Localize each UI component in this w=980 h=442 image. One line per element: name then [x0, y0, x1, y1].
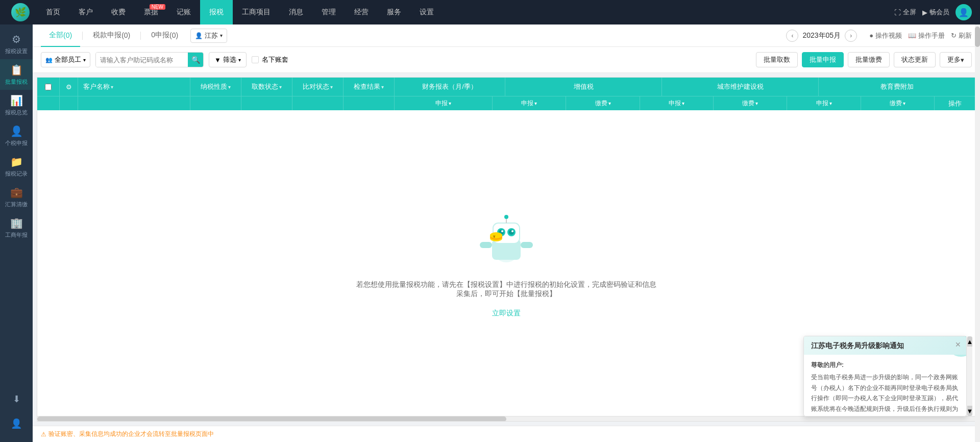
checkbox-box[interactable] [252, 56, 259, 63]
batch-pay-btn[interactable]: 批量缴费 [848, 52, 890, 67]
nav-customer[interactable]: 客户 [69, 0, 102, 24]
th-sub-edu-declare-filter[interactable]: ▾ [829, 101, 832, 106]
settings-icon: ⚙ [66, 83, 72, 91]
period-next-btn[interactable]: › [845, 30, 857, 42]
sidebar-item-batch-tax[interactable]: 📋 批量报税 [0, 59, 33, 90]
th-sub-city-pay: 缴费 ▾ [714, 96, 787, 110]
checkbox-text: 名下账套 [262, 55, 288, 64]
select-all-checkbox[interactable] [45, 84, 52, 90]
th-check-filter[interactable]: ▾ [381, 84, 384, 90]
th-sub-empty-3 [78, 96, 190, 110]
th-sub-vat-declare-filter[interactable]: ▾ [534, 101, 537, 106]
filter-icon: ▼ [214, 56, 221, 64]
sidebar-user-btn[interactable]: 👤 [6, 413, 27, 434]
annual-report-icon: 🏢 [10, 217, 23, 229]
nav-items: 首页 客户 收费 票据 NEW 记账 报税 工商项目 消息 管理 经营 服务 设… [37, 0, 894, 24]
tab-all[interactable]: 全部(0) [41, 24, 80, 47]
svg-text:¥: ¥ [493, 234, 496, 239]
search-input[interactable] [96, 53, 188, 67]
more-btn[interactable]: 更多 ▾ [940, 52, 972, 67]
th-checkbox[interactable] [37, 78, 60, 96]
th-compare-filter[interactable]: ▾ [330, 84, 333, 90]
sidebar-item-tax-overview[interactable]: 📊 报税总览 [0, 90, 33, 120]
th-sub-vat-pay-filter[interactable]: ▾ [608, 101, 611, 106]
th-settings[interactable]: ⚙ [60, 78, 78, 96]
tax-overview-icon: 📊 [10, 94, 23, 107]
video-btn[interactable]: ● 操作视频 [869, 31, 902, 40]
main-scroll-thumb[interactable] [975, 27, 980, 47]
nav-settings[interactable]: 设置 [410, 0, 443, 24]
th-vat: 增值税 [505, 78, 662, 96]
svg-point-10 [511, 230, 513, 232]
region-label: 江苏 [205, 31, 218, 40]
horizontal-scroll-thumb[interactable] [37, 416, 506, 422]
sidebar-item-annual-report[interactable]: 🏢 工商年报 [0, 212, 33, 243]
svg-rect-2 [480, 242, 492, 248]
nav-management[interactable]: 管理 [312, 0, 345, 24]
tab-tax-declaration[interactable]: 税款申报(0) [85, 24, 138, 47]
nav-service[interactable]: 服务 [378, 0, 410, 24]
sidebar: ⚙ 报税设置 📋 批量报税 📊 报税总览 👤 个税申报 📁 报税记录 💼 汇算清… [0, 24, 33, 442]
th-sub-city-declare-filter[interactable]: ▾ [682, 101, 684, 106]
svg-rect-3 [521, 242, 533, 248]
sidebar-item-personal-tax[interactable]: 👤 个税申报 [0, 120, 33, 151]
member-btn[interactable]: ▶ 畅会员 [922, 8, 949, 17]
nav-billing[interactable]: 收费 [102, 0, 135, 24]
notif-scrollbar: ▲ ▼ [967, 336, 972, 416]
tab-zero-declaration[interactable]: 0申报(0) [143, 24, 186, 47]
nav-invoice[interactable]: 票据 NEW [135, 0, 167, 24]
nav-accounting[interactable]: 记账 [167, 0, 200, 24]
top-navigation: 🌿 首页 客户 收费 票据 NEW 记账 报税 工商项目 消息 管理 经营 服务… [0, 0, 980, 24]
th-sub-empty-6 [292, 96, 344, 110]
batch-fetch-btn[interactable]: 批量取数 [756, 52, 798, 67]
search-button[interactable]: 🔍 [188, 52, 203, 67]
nav-home[interactable]: 首页 [37, 0, 69, 24]
nav-operation[interactable]: 经营 [345, 0, 378, 24]
checkbox-label[interactable]: 名下账套 [252, 55, 288, 64]
th-sub-edu-declare: 申报 ▾ [787, 96, 861, 110]
manual-btn[interactable]: 📖 操作手册 [908, 31, 945, 40]
logo[interactable]: 🌿 [8, 0, 33, 24]
sidebar-download-btn[interactable]: ⬇ [6, 389, 27, 409]
nav-tax[interactable]: 报税 [200, 0, 233, 24]
notif-scroll-up-btn[interactable]: ▲ [967, 336, 972, 347]
setup-link[interactable]: 立即设置 [492, 309, 521, 318]
fullscreen-btn[interactable]: ⛶ 全屏 [894, 8, 916, 17]
sidebar-bottom: ⬇ 👤 [6, 389, 27, 442]
filter-button[interactable]: ▼ 筛选 ▾ [209, 52, 247, 67]
nav-message[interactable]: 消息 [280, 0, 312, 24]
logo-icon: 🌿 [15, 7, 26, 18]
notification-close-btn[interactable]: ✕ [953, 339, 963, 350]
main-scrollbar[interactable] [975, 24, 980, 442]
nav-bizproject[interactable]: 工商项目 [233, 0, 280, 24]
sidebar-item-annual-settlement[interactable]: 💼 汇算清缴 [0, 182, 33, 212]
th-fetch-status: 取数状态 ▾ [241, 78, 292, 96]
th-customer-name-filter[interactable]: ▾ [111, 84, 113, 90]
th-fetch-filter[interactable]: ▾ [279, 84, 282, 90]
th-sub-empty-4 [190, 96, 241, 110]
top-right-actions: ● 操作视频 📖 操作手册 ↻ 刷新 [869, 31, 972, 40]
period-selector: ‹ 2023年05月 › [786, 30, 857, 42]
region-icon: 👤 [195, 32, 203, 39]
batch-declare-btn[interactable]: 批量申报 [802, 52, 844, 67]
th-sub-financial-filter[interactable]: ▾ [449, 101, 451, 106]
horizontal-scrollbar[interactable] [37, 416, 975, 421]
notif-scroll-down-btn[interactable]: ▼ [967, 406, 972, 416]
sidebar-item-tax-records[interactable]: 📁 报税记录 [0, 151, 33, 182]
period-prev-btn[interactable]: ‹ [786, 30, 798, 42]
avatar[interactable]: 👤 [955, 4, 972, 20]
employee-selector[interactable]: 👥 全部员工 ▾ [41, 52, 90, 67]
refresh-icon: ↻ [951, 32, 957, 39]
th-sub-city-pay-filter[interactable]: ▾ [755, 101, 758, 106]
sidebar-label-annual-settlement: 汇算清缴 [5, 201, 28, 208]
refresh-btn[interactable]: ↻ 刷新 [951, 31, 972, 40]
filter-label: 筛选 [223, 55, 236, 64]
status-update-btn[interactable]: 状态更新 [894, 52, 936, 67]
th-tax-type-filter[interactable]: ▾ [228, 84, 231, 90]
th-sub-edu-pay-filter[interactable]: ▾ [903, 101, 905, 106]
sidebar-item-tax-settings[interactable]: ⚙ 报税设置 [0, 29, 33, 59]
region-selector[interactable]: 👤 江苏 ▾ [190, 29, 227, 43]
tab-divider-1 [82, 32, 83, 40]
tab-divider-2 [140, 32, 141, 40]
notification-popup: 江苏电子税务局升级影响通知 尊敬的用户: 受当前电子税务局进一步升级的影响，同一… [803, 336, 967, 416]
